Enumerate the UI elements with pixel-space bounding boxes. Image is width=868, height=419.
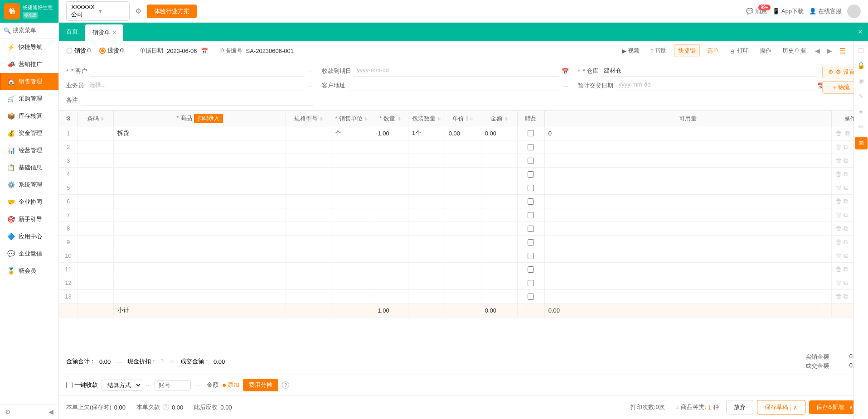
history-btn[interactable]: 历史单据 — [779, 45, 810, 57]
side-panel-btn-7[interactable]: ✉ — [855, 137, 868, 149]
payment-due-input[interactable]: yyyy-mm-dd — [354, 66, 558, 77]
copy-icon[interactable]: ⧉ — [844, 293, 848, 300]
tab-sales-order[interactable]: 销货单 × — [85, 24, 123, 41]
payment-method-select[interactable]: 结算方式 — [102, 380, 142, 391]
customer-input[interactable] — [90, 66, 305, 77]
copy-icon[interactable]: ⧉ — [845, 130, 850, 137]
unit-cell[interactable]: 个 — [331, 126, 372, 140]
copy-icon[interactable]: ⧉ — [844, 279, 848, 286]
save-draft-button[interactable]: 保存草稿 ∧ — [757, 400, 805, 414]
radio-sales[interactable]: 销货单 — [66, 47, 92, 55]
price-cell[interactable]: 0.00 — [445, 126, 481, 140]
discard-button[interactable]: 放弃 — [726, 400, 753, 414]
gift-checkbox[interactable] — [528, 253, 534, 259]
delete-icon[interactable]: 🗑 — [835, 184, 842, 191]
delete-icon[interactable]: 🗑 — [835, 157, 842, 164]
gift-checkbox[interactable] — [528, 130, 534, 136]
gift-checkbox[interactable] — [528, 266, 534, 273]
delete-icon[interactable]: 🗑 — [835, 130, 842, 137]
sidebar-item-operation[interactable]: 📊 经营管理 — [0, 142, 58, 159]
discount-help-icon[interactable]: ? — [160, 358, 164, 365]
sidebar-item-appstore[interactable]: 🔷 应用中心 — [0, 228, 58, 245]
table-settings-icon[interactable]: ⚙ — [66, 115, 71, 122]
amount-cell[interactable]: 0.00 — [481, 126, 517, 140]
price-info-icon[interactable]: ℹ — [466, 115, 468, 122]
copy-icon[interactable]: ⧉ — [844, 197, 848, 205]
payment-account-input[interactable] — [155, 380, 191, 390]
operate-btn[interactable]: 操作 — [756, 45, 775, 57]
expense-split-btn[interactable]: 费用分摊 — [243, 379, 278, 391]
tab-home[interactable]: 首页 — [59, 23, 85, 41]
pkg-qty-cell[interactable]: 1个 — [408, 126, 445, 140]
sidebar-item-member[interactable]: 🏅 畅会员 — [0, 262, 58, 279]
remark-input[interactable] — [81, 95, 313, 106]
close-all-tabs-icon[interactable]: × — [852, 27, 868, 37]
gift-checkbox[interactable] — [528, 280, 534, 286]
copy-icon[interactable]: ⧉ — [844, 184, 848, 191]
spec-cell[interactable] — [286, 126, 331, 140]
settings-icon[interactable]: ⚙ — [4, 408, 12, 415]
customer-dots-icon[interactable]: ··· — [308, 68, 313, 75]
sidebar-item-system[interactable]: ⚙️ 系统管理 — [0, 176, 58, 193]
delete-icon[interactable]: 🗑 — [835, 225, 842, 232]
nav-prev-icon[interactable]: ◀ — [813, 47, 822, 54]
online-service-btn[interactable]: 👤 在线客服 — [809, 7, 842, 15]
sidebar-item-quick-nav[interactable]: ⚡ 快捷导航 — [0, 39, 58, 56]
payment-calendar-icon[interactable]: 📅 — [562, 68, 569, 75]
gift-checkbox[interactable] — [528, 239, 534, 246]
delete-icon[interactable]: 🗑 — [835, 143, 842, 150]
gift-checkbox[interactable] — [528, 185, 534, 191]
gift-checkbox[interactable] — [528, 198, 534, 205]
settings-gear-icon[interactable]: ⚙ — [135, 7, 141, 15]
app-download-btn[interactable]: 📱 App下载 — [772, 7, 804, 15]
copy-icon[interactable]: ⧉ — [844, 157, 848, 164]
side-panel-btn-2[interactable]: 🔒 — [856, 60, 867, 71]
delete-icon[interactable]: 🗑 — [835, 211, 842, 218]
sidebar-item-enterprise[interactable]: 🤝 企业协同 — [0, 193, 58, 211]
view-list-icon[interactable]: ☰ — [838, 47, 848, 55]
sidebar-item-finance[interactable]: 💰 资金管理 — [0, 125, 58, 142]
col-settings-header[interactable]: ⚙ — [59, 111, 78, 126]
salesperson-input[interactable]: 选择... — [87, 80, 305, 91]
debt-help-icon[interactable]: ? — [163, 404, 169, 410]
warehouse-input[interactable]: 建材仓 — [601, 66, 817, 77]
sidebar-search[interactable]: 🔍 搜索菜单 — [0, 23, 58, 39]
delete-icon[interactable]: 🗑 — [835, 293, 842, 300]
print-btn[interactable]: 🖨 打印 — [726, 45, 752, 57]
calendar-icon[interactable]: 📅 — [201, 48, 208, 54]
sidebar-item-sales[interactable]: 🏠 销售管理 — [0, 73, 58, 90]
copy-icon[interactable]: ⧉ — [844, 265, 848, 273]
copy-icon[interactable]: ⧉ — [844, 143, 848, 150]
product-kind-radio-icon[interactable]: ○ — [676, 404, 679, 411]
sidebar-item-marketing[interactable]: 📣 营销推广 — [0, 56, 58, 73]
delete-icon[interactable]: 🗑 — [835, 170, 842, 178]
payment-account-dots[interactable]: ··· — [194, 382, 199, 389]
side-panel-btn-4[interactable]: ✎ — [856, 91, 867, 101]
trial-button[interactable]: 体验行业方案 — [147, 5, 197, 18]
gift-checkbox[interactable] — [528, 226, 534, 232]
delivery-date-input[interactable]: yyyy-mm-dd — [616, 80, 815, 91]
scan-button[interactable]: 扫码录入 — [194, 114, 223, 123]
payment-method-dots[interactable]: ··· — [146, 382, 151, 389]
sidebar-item-purchase[interactable]: 🛒 采购管理 — [0, 90, 58, 107]
delete-icon[interactable]: 🗑 — [835, 238, 842, 246]
company-selector[interactable]: XXXXXX公司 ▾ — [66, 1, 130, 21]
tab-close-icon[interactable]: × — [113, 29, 116, 36]
delete-icon[interactable]: 🗑 — [835, 265, 842, 273]
delete-icon[interactable]: 🗑 — [835, 252, 842, 259]
sidebar-item-basic[interactable]: 📋 基础信息 — [0, 159, 58, 176]
side-panel-btn-1[interactable]: ◻ — [856, 44, 867, 55]
video-btn[interactable]: ▶ 视频 — [618, 45, 643, 57]
user-avatar[interactable] — [847, 5, 861, 18]
message-btn[interactable]: 💬 消息 99+ — [746, 7, 767, 15]
gift-checkbox[interactable] — [528, 171, 534, 178]
gift-checkbox[interactable] — [528, 144, 534, 150]
nav-next-icon[interactable]: ▶ — [825, 47, 834, 54]
copy-icon[interactable]: ⧉ — [844, 225, 848, 232]
copy-icon[interactable]: ⧉ — [844, 211, 848, 218]
sidebar-item-wechat[interactable]: 💬 企业微信 — [0, 245, 58, 262]
side-panel-btn-5[interactable]: ★ — [856, 106, 867, 117]
customer-addr-input[interactable] — [348, 80, 561, 91]
gift-checkbox[interactable] — [528, 158, 534, 164]
save-new-button[interactable]: 保存&新增 ∧ — [809, 400, 861, 414]
